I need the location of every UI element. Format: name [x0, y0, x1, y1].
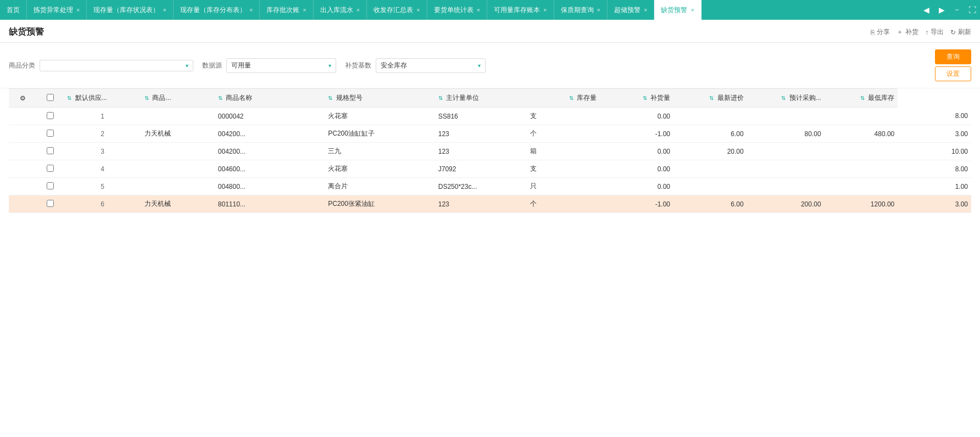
table-body: 1 0000042 火花塞 SS816 支 0.00 8.00 2 力天机械 0…: [9, 108, 971, 213]
header-unit[interactable]: ⇅ 主计量单位: [435, 89, 527, 108]
row-spec: 123: [435, 195, 527, 213]
header-unit-label: 主计量单位: [446, 94, 479, 102]
row-name: PC200油缸缸子: [325, 125, 435, 143]
tab-order-stat[interactable]: 要货单统计表×: [427, 0, 487, 20]
name-sort-icon: ⇅: [218, 95, 222, 101]
tab-minimize-button[interactable]: －: [949, 0, 965, 20]
tab-inout[interactable]: 出入库流水×: [314, 0, 367, 20]
row-checkbox[interactable]: [47, 130, 54, 137]
share-button[interactable]: ⎘ 分享: [871, 27, 890, 37]
datasource-select[interactable]: 可用量 ▾: [226, 58, 336, 73]
row-latest-price: [747, 160, 825, 178]
row-latest-price: [747, 108, 825, 125]
replenish-button[interactable]: ＋ 补货: [897, 27, 918, 37]
tab-maximize-button[interactable]: ⛶: [965, 0, 980, 20]
tab-close-stock-dist[interactable]: ×: [249, 7, 253, 13]
row-gear-cell: [9, 178, 36, 195]
tab-close-order-stat[interactable]: ×: [477, 7, 480, 13]
tab-close-shortage[interactable]: ×: [691, 7, 694, 13]
header-purchase[interactable]: ⇅ 预计采购...: [747, 89, 825, 108]
tab-exception[interactable]: 拣货异常处理×: [27, 0, 87, 20]
tab-close-batch[interactable]: ×: [303, 7, 306, 13]
row-supplier: 力天机械: [141, 195, 215, 213]
row-est-purchase: [825, 143, 898, 160]
row-name: 离合片: [325, 178, 435, 195]
header-supplier[interactable]: ⇅ 默认供应...: [64, 89, 141, 108]
row-checkbox[interactable]: [47, 200, 54, 207]
row-min-stock: 1.00: [898, 178, 971, 195]
header-name[interactable]: ⇅ 商品名称: [215, 89, 325, 108]
table-container: ⚙ ⇅ 默认供应... ⇅ 商品... ⇅ 商品名称: [0, 88, 980, 213]
row-code: 801110...: [215, 195, 325, 213]
row-checkbox-cell[interactable]: [36, 160, 64, 178]
header-gear[interactable]: ⚙: [9, 89, 36, 108]
setting-button[interactable]: 设置: [935, 66, 971, 81]
header-minstock[interactable]: ⇅ 最低库存: [825, 89, 898, 108]
export-icon: ↑: [925, 29, 928, 36]
datasource-select-value: 可用量: [231, 61, 251, 70]
row-gear-cell: [9, 125, 36, 143]
row-name: 火花塞: [325, 160, 435, 178]
tab-next-button[interactable]: ▶: [934, 0, 949, 20]
tab-stock-dist[interactable]: 现存量（库存分布表）×: [174, 0, 260, 20]
header-checkbox[interactable]: [36, 89, 64, 108]
row-checkbox[interactable]: [47, 165, 54, 172]
tab-stock-status[interactable]: 现存量（库存状况表）×: [87, 0, 173, 20]
tab-prev-button[interactable]: ◀: [918, 0, 934, 20]
select-all-checkbox[interactable]: [47, 94, 54, 101]
price-sort-icon: ⇅: [709, 95, 714, 101]
tab-overstock[interactable]: 超储预警×: [608, 0, 654, 20]
tab-close-inout[interactable]: ×: [357, 7, 360, 13]
row-code: 004600...: [215, 160, 325, 178]
row-index: 6: [64, 195, 141, 213]
row-checkbox-cell[interactable]: [36, 143, 64, 160]
tab-home[interactable]: 首页: [0, 0, 27, 20]
table-row: 3 004200... 三九 123 箱 0.00 20.00 10.00: [9, 143, 971, 160]
row-name: 三九: [325, 143, 435, 160]
row-checkbox-cell[interactable]: [36, 125, 64, 143]
export-button[interactable]: ↑ 导出: [925, 27, 944, 37]
row-checkbox[interactable]: [47, 147, 54, 154]
tab-close-avail-ledger[interactable]: ×: [543, 7, 547, 13]
tab-avail-ledger[interactable]: 可用量库存账本×: [487, 0, 554, 20]
row-name: PC200张紧油缸: [325, 195, 435, 213]
header-name-label: 商品名称: [226, 94, 252, 102]
filter-actions: 查询 设置: [935, 49, 971, 81]
header-price[interactable]: ⇅ 最新进价: [673, 89, 747, 108]
header-replenish[interactable]: ⇅ 补货量: [600, 89, 673, 108]
tab-close-receipt[interactable]: ×: [416, 7, 420, 13]
tab-batch[interactable]: 库存批次账×: [260, 0, 313, 20]
tab-expire[interactable]: 保质期查询×: [554, 0, 608, 20]
tab-close-stock-status[interactable]: ×: [163, 7, 166, 13]
row-index: 1: [64, 108, 141, 125]
header-price-label: 最新进价: [717, 94, 744, 102]
header-spec[interactable]: ⇅ 规格型号: [325, 89, 435, 108]
replenish-base-select[interactable]: 安全库存 ▾: [376, 58, 486, 73]
row-unit: 只: [527, 178, 600, 195]
tab-close-expire[interactable]: ×: [597, 7, 600, 13]
row-index: 3: [64, 143, 141, 160]
tab-receipt[interactable]: 收发存汇总表×: [367, 0, 427, 20]
header-code[interactable]: ⇅ 商品...: [141, 89, 215, 108]
row-code: 004800...: [215, 178, 325, 195]
category-select[interactable]: ▾: [40, 60, 193, 71]
row-replenish: [673, 108, 747, 125]
purchase-sort-icon: ⇅: [781, 95, 786, 101]
row-checkbox[interactable]: [47, 112, 54, 119]
row-code: 004200...: [215, 143, 325, 160]
row-checkbox-cell[interactable]: [36, 178, 64, 195]
query-button[interactable]: 查询: [935, 49, 971, 64]
row-checkbox[interactable]: [47, 182, 54, 189]
tab-close-overstock[interactable]: ×: [644, 7, 647, 13]
tab-close-exception[interactable]: ×: [76, 7, 80, 13]
row-checkbox-cell[interactable]: [36, 195, 64, 213]
header-code-label: 商品...: [152, 94, 171, 102]
row-checkbox-cell[interactable]: [36, 108, 64, 125]
refresh-button[interactable]: ↻ 刷新: [950, 27, 971, 37]
row-min-stock: 8.00: [898, 108, 971, 125]
tab-shortage[interactable]: 缺货预警×: [654, 0, 701, 20]
row-index: 5: [64, 178, 141, 195]
category-select-arrow: ▾: [186, 63, 188, 69]
header-stock[interactable]: ⇅ 库存量: [527, 89, 600, 108]
row-supplier: 力天机械: [141, 125, 215, 143]
